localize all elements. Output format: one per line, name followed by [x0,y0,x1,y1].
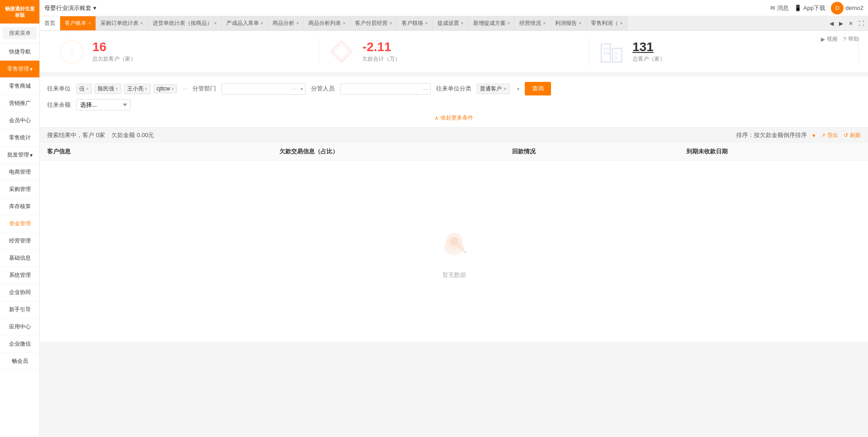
col-credit-info: 欠款交易信息（占比） [279,147,512,156]
tab-profit-report[interactable]: 利润报告× [551,16,586,31]
sidebar-item-enterprise[interactable]: 企业协同 [0,284,39,301]
chevron-down-icon[interactable]: ▾ [93,5,96,11]
col-customer-info: 客户信息 [47,147,279,156]
sidebar-item-marketing[interactable]: 营销推广 [0,95,39,112]
filter-row-1: 往来单位 伍×陈民强×王小亮×cjttcw× ··· 分管部门 ▾ ··· 分管… [47,82,861,95]
help-button[interactable]: ? 帮助 [843,35,859,43]
user-menu[interactable]: D demo2 [831,2,863,14]
collapse-button[interactable]: ∧ 收起更多条件 [47,114,861,122]
unit-tag-remove[interactable]: × [86,86,89,91]
tab-close-purchase-order[interactable]: × [140,21,143,26]
tab-close-all[interactable]: ✕ [846,19,855,28]
unit-type-tag: 普通客户 ✕ [477,84,510,94]
unit-type-chevron[interactable]: ▾ [517,86,519,91]
refresh-button[interactable]: ↺ 刷新 [844,132,861,139]
tab-close-profit-report[interactable]: × [579,21,581,26]
sidebar-item-new-guide[interactable]: 新手引导 [0,301,39,318]
unit-tag-value: 伍 [79,85,85,93]
tab-operation[interactable]: 经营情况× [515,16,551,31]
tab-promo-settings[interactable]: 提成设置× [433,16,469,31]
sort-chevron[interactable]: ▾ [812,132,815,139]
sidebar-item-system-mgmt[interactable]: 系统管理 [0,267,39,284]
tab-close-product-analysis-list[interactable]: × [343,21,345,26]
tab-home[interactable]: 首页 [40,16,60,31]
messages-button[interactable]: ✉ 消息 [770,4,789,12]
tab-retail-profit[interactable]: 零售利润（× [586,16,628,31]
balance-select[interactable]: 选择... [76,99,130,110]
unit-type-remove[interactable]: ✕ [503,86,507,91]
svg-rect-1 [613,48,622,62]
unit-tag-remove[interactable]: × [172,86,174,91]
search-menu-button[interactable]: 搜索菜单 [3,27,37,39]
sidebar-item-enterprise-wechat[interactable]: 企业微信 [0,336,39,353]
sidebar-item-retail-stats[interactable]: 零售统计 [0,129,39,147]
sidebar-item-wholesale-mgmt[interactable]: 批发管理▾ [0,147,39,164]
sidebar-item-app-center[interactable]: 应用中心 [0,318,39,336]
avatar: D [831,2,844,14]
sidebar-item-inventory[interactable]: 库存核算 [0,198,39,215]
svg-rect-2 [604,48,606,50]
topbar: 母婴行业演示账套 ▾ ✉ 消息 📱 App下载 D demo2 [40,0,868,16]
tab-purchase-order[interactable]: 采购订单统计表× [96,16,148,31]
account-selector[interactable]: 母婴行业演示账套 ▾ [44,4,96,12]
dept-dots[interactable]: ··· [292,86,297,92]
sidebar-item-retail-mgmt[interactable]: 零售管理▾ [0,61,39,78]
sort-label: 排序：按欠款金额倒序排序 [736,131,807,139]
app-download-button[interactable]: 📱 App下载 [794,4,825,12]
unit-tag-remove[interactable]: × [115,86,118,91]
sidebar-item-purchase-mgmt[interactable]: 采购管理 [0,181,39,198]
sidebar-item-finance-mgmt[interactable]: 资金管理 [0,215,39,233]
total-customers-label: 总客户（家） [633,55,665,63]
tab-close-product-inbound[interactable]: × [261,21,264,26]
sidebar-item-basic-info[interactable]: 基础信息 [0,250,39,267]
app-logo: 畅捷通好生意 标版 [0,0,39,24]
svg-rect-7 [615,57,618,59]
export-button[interactable]: ↗ 导出 [821,132,838,139]
unit-more[interactable]: ··· [182,86,187,92]
tab-next-arrow[interactable]: ▶ [837,19,845,28]
unit-tag-remove[interactable]: × [145,86,148,91]
sidebar-item-operation-mgmt[interactable]: 经营管理 [0,233,39,250]
sidebar-item-member-center[interactable]: 会员中心 [0,112,39,129]
main-area: 母婴行业演示账套 ▾ ✉ 消息 📱 App下载 D demo2 首页客户账本×采… [40,0,868,437]
credit-value: 0.00元 [137,132,154,138]
tab-purchase-stats[interactable]: 进货单统计表（按商品）× [148,16,222,31]
tab-add-promo[interactable]: 新增提成方案× [469,16,515,31]
tab-close-promo-settings[interactable]: × [461,21,464,26]
tab-label-retail-profit: 零售利润（ [591,19,618,27]
unit-tags: 伍×陈民强×王小亮×cjttcw× [76,84,177,94]
tab-close-purchase-stats[interactable]: × [214,21,217,26]
tab-customer-contact[interactable]: 客户联络× [397,16,433,31]
sidebar-arrow-icon: ▾ [30,152,33,158]
tab-customer-segment[interactable]: 客户分层经营× [350,16,397,31]
sidebar-item-ecommerce[interactable]: 电商管理 [0,164,39,181]
tab-close-customer-book[interactable]: × [88,21,91,26]
video-button[interactable]: ▶ 视频 [821,35,838,43]
tab-customer-book[interactable]: 客户账本× [60,16,96,31]
sidebar-search[interactable]: 搜索菜单 [0,24,39,43]
tab-expand[interactable]: ⛶ [856,19,866,28]
tab-product-analysis-list[interactable]: 商品分析列表× [304,16,350,31]
total-customers-icon [598,38,625,65]
tab-close-operation[interactable]: × [543,21,546,26]
sidebar-item-retail-shop[interactable]: 零售商城 [0,78,39,95]
tab-label-product-inbound: 产成品入库单 [226,19,259,27]
account-name: 母婴行业演示账套 [44,4,91,12]
tab-close-customer-segment[interactable]: × [389,21,392,26]
tab-label-purchase-order: 采购订单统计表 [101,19,139,27]
tab-product-analysis[interactable]: 商品分析× [268,16,304,31]
tab-product-inbound[interactable]: 产成品入库单× [222,16,269,31]
query-button[interactable]: 查询 [525,82,551,95]
person-dots[interactable]: ··· [423,86,428,92]
tab-close-product-analysis[interactable]: × [296,21,299,26]
tab-prev-arrow[interactable]: ◀ [827,19,836,28]
tab-close-customer-contact[interactable]: × [425,21,428,26]
empty-icon [436,223,472,266]
tab-label-product-analysis-list: 商品分析列表 [308,19,341,27]
help-icon: ? [843,36,846,43]
person-input[interactable] [340,83,431,95]
tab-close-add-promo[interactable]: × [508,21,510,26]
sidebar-item-quick-nav[interactable]: 快捷导航 [0,43,39,61]
sidebar-item-vip-member[interactable]: 畅会员 [0,353,39,370]
tab-close-retail-profit[interactable]: × [620,21,623,26]
